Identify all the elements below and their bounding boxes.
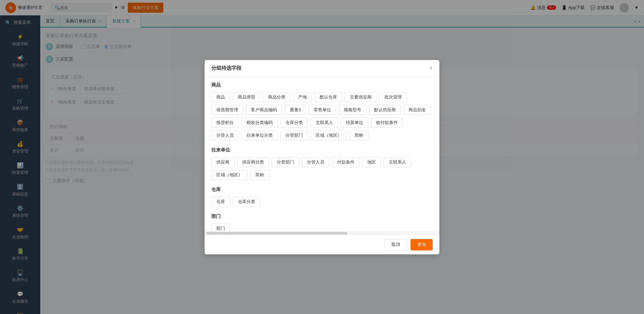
field-tag-product-19[interactable]: 收付款条件 [371, 118, 403, 128]
field-tag-product-17[interactable]: 主联系人 [311, 118, 338, 128]
modal-header: 分组待选字段 × [205, 60, 439, 77]
field-tag-product-9[interactable]: 重量3 [285, 105, 306, 115]
field-tag-product-23[interactable]: 区域（地区） [311, 130, 347, 140]
field-tag-partner-7[interactable]: 区域（地区） [211, 170, 248, 180]
modal-title: 分组待选字段 [211, 65, 241, 71]
field-tag-partner-6[interactable]: 主联系人 [384, 157, 411, 167]
modal-footer: 取消 查询 [205, 235, 439, 254]
field-tag-warehouse-1[interactable]: 仓库分类 [233, 197, 260, 207]
department-section: 部门 部门 [211, 213, 433, 232]
warehouse-field-tags: 仓库 仓库分类 [211, 197, 433, 207]
field-tag-partner-3[interactable]: 分管人员 [302, 157, 329, 167]
field-tag-product-3[interactable]: 产地 [293, 92, 312, 102]
field-tag-product-0[interactable]: 商品 [211, 92, 230, 102]
field-select-modal: 分组待选字段 × 商品 商品 商品类型 商品分类 产地 默认仓库 主要供应商 批… [205, 60, 439, 254]
department-section-title: 部门 [211, 213, 433, 219]
partner-section: 往来单位 供应商 供应商分类 分管部门 分管人员 付款条件 地区 主联系人 区域… [211, 147, 433, 180]
product-section-title: 商品 [211, 82, 433, 88]
field-tag-product-21[interactable]: 往来单位分类 [241, 130, 278, 140]
field-tag-product-22[interactable]: 分管部门 [280, 130, 308, 140]
modal-cancel-btn[interactable]: 取消 [384, 239, 407, 250]
field-tag-partner-4[interactable]: 付款条件 [332, 157, 360, 167]
field-tag-product-24[interactable]: 简称 [350, 130, 368, 140]
modal-close-btn[interactable]: × [429, 65, 433, 72]
product-section: 商品 商品 商品类型 商品分类 产地 默认仓库 主要供应商 批次管理 保质期管理… [211, 82, 433, 140]
field-tag-partner-2[interactable]: 分管部门 [272, 157, 299, 167]
warehouse-section: 仓库 仓库 仓库分类 [211, 187, 433, 207]
partner-section-title: 往来单位 [211, 147, 433, 153]
field-tag-partner-8[interactable]: 简称 [250, 170, 269, 180]
product-field-tags: 商品 商品类型 商品分类 产地 默认仓库 主要供应商 批次管理 保质期管理 客户… [211, 92, 433, 140]
modal-confirm-btn[interactable]: 查询 [411, 239, 433, 250]
field-tag-partner-5[interactable]: 地区 [362, 157, 381, 167]
modal-scroll-horizontal[interactable] [205, 232, 439, 234]
field-tag-product-20[interactable]: 分管人员 [211, 130, 239, 140]
field-tag-product-7[interactable]: 保质期管理 [211, 105, 243, 115]
field-tag-product-10[interactable]: 零售单位 [309, 105, 336, 115]
department-field-tags: 部门 [211, 224, 433, 232]
field-tag-product-4[interactable]: 默认仓库 [315, 92, 342, 102]
field-tag-product-12[interactable]: 默认供应商 [369, 105, 401, 115]
field-tag-product-6[interactable]: 批次管理 [379, 92, 407, 102]
field-tag-product-2[interactable]: 商品分类 [263, 92, 290, 102]
field-tag-product-5[interactable]: 主要供应商 [345, 92, 377, 102]
modal-body: 商品 商品 商品类型 商品分类 产地 默认仓库 主要供应商 批次管理 保质期管理… [205, 77, 439, 232]
field-tag-product-18[interactable]: 结算单位 [341, 118, 368, 128]
partner-field-tags: 供应商 供应商分类 分管部门 分管人员 付款条件 地区 主联系人 区域（地区） … [211, 157, 433, 180]
field-tag-product-14[interactable]: 拣货积分 [211, 118, 239, 128]
field-tag-product-8[interactable]: 客户商品编码 [246, 105, 282, 115]
warehouse-section-title: 仓库 [211, 187, 433, 193]
field-tag-dept-0[interactable]: 部门 [211, 224, 230, 232]
field-tag-partner-0[interactable]: 供应商 [211, 157, 234, 167]
field-tag-product-13[interactable]: 商品别名 [404, 105, 431, 115]
modal-overlay: 分组待选字段 × 商品 商品 商品类型 商品分类 产地 默认仓库 主要供应商 批… [0, 0, 644, 314]
field-tag-product-11[interactable]: 规格型号 [339, 105, 366, 115]
field-tag-product-1[interactable]: 商品类型 [233, 92, 260, 102]
field-tag-product-16[interactable]: 仓库分类 [280, 118, 308, 128]
field-tag-warehouse-0[interactable]: 仓库 [211, 197, 230, 207]
field-tag-partner-1[interactable]: 供应商分类 [237, 157, 269, 167]
field-tag-product-15[interactable]: 税收分类编码 [241, 118, 278, 128]
